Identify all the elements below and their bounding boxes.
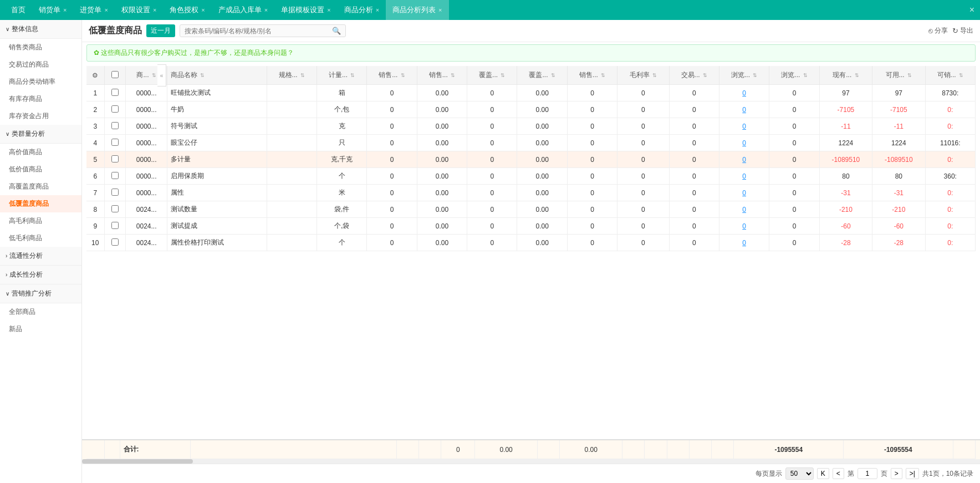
row-select-checkbox[interactable] — [111, 89, 119, 96]
sidebar-section-cluster[interactable]: ∨ 类群量分析 — [0, 125, 81, 144]
row-checkbox[interactable] — [104, 201, 126, 218]
first-page-button[interactable]: K — [817, 468, 829, 479]
row-select-checkbox[interactable] — [111, 172, 119, 179]
nav-tab-analysis[interactable]: 商品分析 × — [338, 0, 386, 20]
row-select-checkbox[interactable] — [111, 139, 119, 146]
next-page-button[interactable]: > — [891, 468, 902, 479]
close-icon[interactable]: × — [327, 7, 330, 13]
row-select-checkbox[interactable] — [111, 122, 119, 129]
col-sales-amt[interactable]: 销售... ⇅ — [417, 66, 467, 85]
row-checkbox[interactable] — [104, 85, 126, 101]
col-spec[interactable]: 规格... ⇅ — [267, 66, 317, 85]
row-checkbox[interactable] — [104, 168, 126, 185]
nav-tab-role[interactable]: 角色授权 × — [163, 0, 211, 20]
sidebar-item-low-value[interactable]: 低价值商品 — [0, 161, 81, 178]
sidebar-section-overall[interactable]: ∨ 整体信息 — [0, 20, 81, 39]
sidebar-item-new-goods[interactable]: 新品 — [0, 321, 81, 338]
close-icon[interactable]: × — [376, 7, 379, 13]
close-icon[interactable]: × — [63, 7, 67, 13]
col-current-stock[interactable]: 现有... ⇅ — [819, 66, 872, 85]
nav-tab-permission[interactable]: 权限设置 × — [115, 0, 163, 20]
window-close-button[interactable]: × — [969, 5, 974, 15]
row-browse1[interactable]: 0 — [719, 151, 769, 168]
row-checkbox[interactable] — [104, 235, 126, 251]
sidebar-item-traded-goods[interactable]: 交易过的商品 — [0, 56, 81, 73]
col-sales-qty[interactable]: 销售... ⇅ — [367, 66, 417, 85]
row-browse1[interactable]: 0 — [719, 201, 769, 218]
col-sales3[interactable]: 销售... ⇅ — [567, 66, 617, 85]
sidebar-item-all-goods[interactable]: 全部商品 — [0, 303, 81, 321]
row-select-checkbox[interactable] — [111, 105, 119, 113]
row-browse1[interactable]: 0 — [719, 185, 769, 201]
close-icon[interactable]: × — [264, 7, 268, 13]
nav-tab-template[interactable]: 单据模板设置 × — [274, 0, 337, 20]
col-browse2[interactable]: 浏览... ⇅ — [769, 66, 819, 85]
nav-tab-product[interactable]: 产成品入库单 × — [212, 0, 274, 20]
col-unit[interactable]: 计量... ⇅ — [317, 66, 366, 85]
row-available-stock: 1224 — [872, 135, 925, 151]
sidebar-item-sales-goods[interactable]: 销售类商品 — [0, 39, 81, 56]
row-checkbox[interactable] — [104, 218, 126, 235]
row-select-checkbox[interactable] — [111, 205, 119, 212]
close-icon[interactable]: × — [201, 7, 205, 13]
sidebar-item-stock-capital[interactable]: 库存资金占用 — [0, 108, 81, 125]
row-select-checkbox[interactable] — [111, 189, 119, 196]
settings-column-header[interactable]: ⚙ — [86, 66, 104, 85]
row-browse1[interactable]: 0 — [719, 218, 769, 235]
close-icon[interactable]: × — [153, 7, 156, 13]
sidebar-section-growth[interactable]: › 成长性分析 — [0, 266, 81, 284]
row-select-checkbox[interactable] — [111, 238, 119, 246]
sidebar-item-category-rate[interactable]: 商品分类动销率 — [0, 73, 81, 90]
table-container[interactable]: ⚙ 商... ⇅ 商品名称 ⇅ 规格... ⇅ 计量... ⇅ 销售... ⇅ … — [86, 66, 976, 439]
close-icon[interactable]: × — [438, 7, 442, 13]
row-browse1[interactable]: 0 — [719, 135, 769, 151]
row-select-checkbox[interactable] — [111, 155, 119, 162]
row-checkbox[interactable] — [104, 118, 126, 135]
checkbox-column-header[interactable] — [104, 66, 126, 85]
sidebar-item-low-gross[interactable]: 低毛利商品 — [0, 230, 81, 247]
export-button[interactable]: ↻ 导出 — [952, 26, 973, 35]
time-filter-button[interactable]: 近一月 — [146, 24, 175, 37]
col-cover1[interactable]: 覆盖... ⇅ — [467, 66, 517, 85]
row-browse1[interactable]: 0 — [719, 235, 769, 251]
sidebar-section-circulation[interactable]: › 流通性分析 — [0, 247, 81, 266]
col-browse1[interactable]: 浏览... ⇅ — [719, 66, 769, 85]
page-number-input[interactable] — [858, 468, 877, 479]
sidebar-collapse-button[interactable]: « — [157, 64, 166, 87]
search-input[interactable] — [185, 27, 332, 35]
row-browse1[interactable]: 0 — [719, 118, 769, 135]
nav-tab-home[interactable]: 首页 — [4, 0, 32, 20]
row-browse1[interactable]: 0 — [719, 85, 769, 101]
sidebar-item-stock-goods[interactable]: 有库存商品 — [0, 90, 81, 108]
row-browse1[interactable]: 0 — [719, 168, 769, 185]
nav-tab-purchase[interactable]: 进货单 × — [73, 0, 114, 20]
sidebar-item-low-coverage[interactable]: 低覆盖度商品 — [0, 195, 81, 212]
col-saleable[interactable]: 可销... ⇅ — [925, 66, 975, 85]
search-icon[interactable]: 🔍 — [332, 27, 341, 35]
nav-tab-analysis-list[interactable]: 商品分析列表 × — [386, 0, 448, 20]
col-name[interactable]: 商品名称 ⇅ — [167, 66, 267, 85]
page-text: 第 — [848, 469, 854, 479]
row-checkbox[interactable] — [104, 185, 126, 201]
col-gross-margin[interactable]: 毛利率 ⇅ — [617, 66, 669, 85]
sidebar-item-high-value[interactable]: 高价值商品 — [0, 144, 81, 161]
select-all-checkbox[interactable] — [111, 71, 119, 78]
sidebar-item-high-coverage[interactable]: 高覆盖度商品 — [0, 178, 81, 195]
last-page-button[interactable]: >| — [906, 468, 919, 479]
row-unit: 个,包 — [317, 101, 366, 118]
col-available-stock[interactable]: 可用... ⇅ — [872, 66, 925, 85]
row-browse1[interactable]: 0 — [719, 101, 769, 118]
prev-page-button[interactable]: < — [833, 468, 844, 479]
col-cover2[interactable]: 覆盖... ⇅ — [517, 66, 567, 85]
page-size-select[interactable]: 50 100 200 — [785, 467, 814, 480]
row-select-checkbox[interactable] — [111, 222, 119, 229]
row-checkbox[interactable] — [104, 151, 126, 168]
close-icon[interactable]: × — [104, 7, 108, 13]
sidebar-section-marketing[interactable]: ∨ 营销推广分析 — [0, 284, 81, 303]
row-checkbox[interactable] — [104, 101, 126, 118]
col-trade[interactable]: 交易... ⇅ — [669, 66, 719, 85]
row-checkbox[interactable] — [104, 135, 126, 151]
nav-tab-sales[interactable]: 销货单 × — [32, 0, 73, 20]
sidebar-item-high-gross[interactable]: 高毛利商品 — [0, 212, 81, 230]
share-button[interactable]: ⎋ 分享 — [928, 26, 948, 35]
